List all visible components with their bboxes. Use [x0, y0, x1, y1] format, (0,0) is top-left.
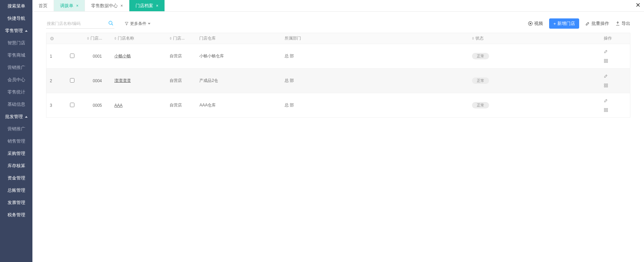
row-warehouse: 产成品2仓 [196, 69, 281, 93]
status-badge: 正常 [472, 53, 489, 59]
sidebar-quicknav[interactable]: 快捷导航 [0, 12, 32, 25]
svg-line-1 [112, 24, 113, 25]
row-dept: 总 部 [281, 44, 469, 69]
more-row-icon[interactable] [604, 59, 627, 63]
sidebar-item-marketing[interactable]: 营销推广 [0, 61, 32, 74]
row-type: 自营店 [166, 93, 196, 118]
edit-row-icon[interactable] [604, 98, 627, 103]
sidebar-item-marketing2[interactable]: 营销推广 [0, 123, 32, 135]
tab-retail-data[interactable]: 零售数据中心× [85, 0, 129, 11]
sidebar-item-sales-mgmt[interactable]: 销售管理 [0, 135, 32, 147]
svg-rect-4 [606, 59, 608, 61]
svg-point-0 [109, 21, 112, 24]
sort-icon [472, 37, 474, 40]
row-name-cell: 澶澶澶澶 [111, 69, 166, 93]
header-type[interactable]: 门店... [166, 33, 196, 44]
plus-icon: + [553, 21, 556, 26]
row-index: 3 [46, 93, 67, 118]
store-name-link[interactable]: AAA [114, 103, 123, 108]
store-table: ⚙ 门店... 门店名称 门店... 门店仓库 所属部门 状态 操作 10001… [46, 33, 630, 118]
row-status-cell: 正常 [469, 44, 601, 69]
video-label: 视频 [534, 20, 543, 27]
sidebar-item-label: 采购管理 [8, 150, 25, 157]
more-row-icon[interactable] [604, 108, 627, 112]
export-icon [615, 21, 620, 26]
toolbar-right: 视频 + 新增门店 批量操作 导出 [528, 18, 630, 29]
row-checkbox[interactable] [70, 78, 74, 83]
header-dept[interactable]: 所属部门 [281, 33, 469, 44]
row-warehouse: 小畅小畅仓库 [196, 44, 281, 69]
tab-close-icon[interactable]: × [156, 3, 158, 8]
tab-label: 门店档案 [135, 3, 153, 9]
row-index: 2 [46, 69, 67, 93]
sidebar-wholesale-mgmt[interactable]: 批发管理 [0, 111, 32, 123]
row-code: 0004 [84, 69, 111, 93]
row-checkbox-cell [67, 93, 84, 118]
video-button[interactable]: 视频 [528, 20, 543, 27]
more-filter-button[interactable]: 更多条件 [125, 21, 151, 27]
search-icon[interactable] [108, 20, 114, 26]
store-name-link[interactable]: 小畅小畅 [114, 54, 131, 58]
edit-row-icon[interactable] [604, 49, 627, 54]
sidebar-retail-mgmt[interactable]: 零售管理 [0, 25, 32, 37]
sidebar-item-retail-mall[interactable]: 零售商城 [0, 49, 32, 61]
row-dept: 总 部 [281, 69, 469, 93]
sidebar-item-fund[interactable]: 资金管理 [0, 172, 32, 184]
more-row-icon[interactable] [604, 83, 627, 88]
sidebar-item-ledger[interactable]: 总账管理 [0, 184, 32, 196]
svg-rect-13 [604, 111, 606, 112]
search-wrap [46, 18, 114, 29]
main-area: ✕ 首页 调拨单× 零售数据中心× 门店档案× 更多条件 [32, 0, 644, 262]
sort-icon [114, 37, 116, 40]
edit-row-icon[interactable] [604, 74, 627, 78]
export-button[interactable]: 导出 [615, 20, 630, 27]
search-input[interactable] [46, 18, 114, 29]
edit-icon [585, 21, 590, 26]
caret-up-icon [25, 116, 28, 118]
tab-bar: 首页 调拨单× 零售数据中心× 门店档案× [32, 0, 644, 12]
sidebar-search-menu[interactable]: 搜索菜单 [0, 0, 32, 12]
sidebar-item-retail-stats[interactable]: 零售统计 [0, 86, 32, 98]
row-ops [600, 93, 630, 118]
sidebar-item-inventory[interactable]: 库存核算 [0, 160, 32, 172]
header-ops: 操作 [600, 33, 630, 44]
header-name[interactable]: 门店名称 [111, 33, 166, 44]
sidebar-item-basic-info[interactable]: 基础信息 [0, 98, 32, 111]
sort-icon [87, 37, 89, 40]
row-name-cell: AAA [111, 93, 166, 118]
row-checkbox[interactable] [70, 54, 74, 58]
tab-transfer[interactable]: 调拨单× [54, 0, 85, 11]
close-icon[interactable]: ✕ [635, 1, 641, 9]
sidebar-item-smart-store[interactable]: 智慧门店 [0, 37, 32, 49]
tab-home[interactable]: 首页 [32, 0, 54, 11]
sidebar-item-invoice[interactable]: 发票管理 [0, 196, 32, 209]
settings-column-header[interactable]: ⚙ [46, 33, 67, 44]
add-store-button[interactable]: + 新增门店 [549, 18, 579, 29]
sidebar-item-member[interactable]: 会员中心 [0, 74, 32, 86]
sidebar-item-tax[interactable]: 税务管理 [0, 209, 32, 221]
chevron-down-icon [148, 23, 151, 25]
tab-label: 零售数据中心 [91, 3, 118, 9]
tab-close-icon[interactable]: × [120, 3, 123, 8]
header-status[interactable]: 状态 [469, 33, 601, 44]
header-warehouse[interactable]: 门店仓库 [196, 33, 281, 44]
svg-rect-10 [606, 86, 608, 87]
svg-rect-8 [606, 84, 608, 85]
table-row: 20004澶澶澶澶自营店产成品2仓总 部正常 [46, 69, 630, 93]
toolbar: 更多条件 视频 + 新增门店 批量操作 [46, 18, 630, 29]
tab-store-archive[interactable]: 门店档案× [129, 0, 165, 11]
sidebar-item-label: 库存核算 [8, 163, 25, 169]
checkbox-column-header [67, 33, 84, 44]
gear-icon: ⚙ [50, 36, 54, 41]
row-checkbox[interactable] [70, 103, 74, 107]
status-badge: 正常 [472, 77, 489, 84]
store-name-link[interactable]: 澶澶澶澶 [114, 78, 131, 83]
header-code[interactable]: 门店... [84, 33, 111, 44]
sidebar-item-label: 发票管理 [8, 200, 25, 206]
sidebar-item-purchase[interactable]: 采购管理 [0, 147, 32, 160]
play-icon [528, 21, 533, 26]
batch-button[interactable]: 批量操作 [585, 20, 609, 27]
row-code: 0005 [84, 93, 111, 118]
tab-close-icon[interactable]: × [76, 3, 78, 8]
sidebar-item-label: 税务管理 [8, 212, 25, 218]
